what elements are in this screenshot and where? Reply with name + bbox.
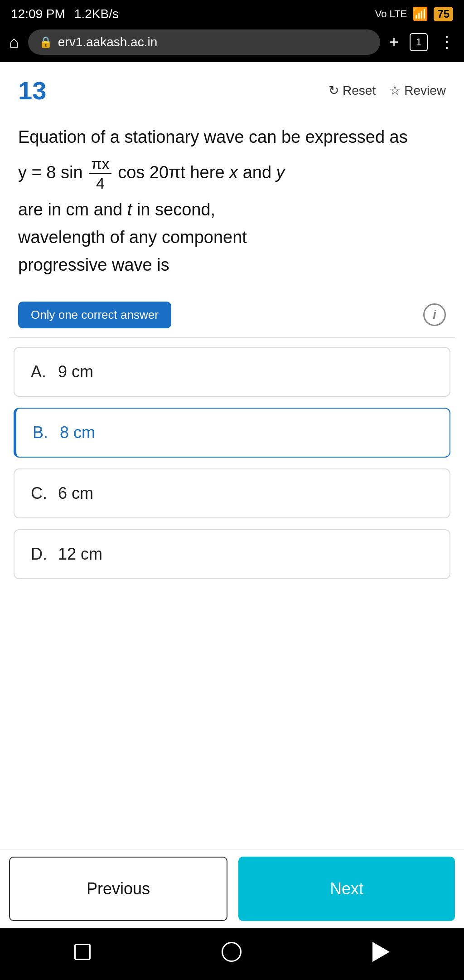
browser-actions: + 1 ⋮	[389, 33, 455, 52]
menu-icon[interactable]: ⋮	[439, 33, 455, 52]
header-actions: ↻ Reset ☆ Review	[329, 83, 446, 98]
options-section: A. 9 cm B. 8 cm C. 6 cm D. 12 cm	[0, 338, 464, 593]
back-button[interactable]	[372, 942, 390, 962]
option-c-text: 6 cm	[58, 484, 93, 503]
option-b-label: B.	[33, 423, 49, 442]
add-tab-icon[interactable]: +	[389, 33, 399, 52]
question-text-part4: progressive wave is	[18, 251, 446, 279]
fraction-denominator: 4	[94, 174, 106, 193]
math-fraction: πx 4	[89, 155, 111, 193]
home-icon[interactable]: ⌂	[9, 33, 19, 52]
home-button[interactable]	[222, 942, 242, 962]
answer-type-section: Only one correct answer i	[0, 297, 464, 337]
star-icon: ☆	[389, 83, 401, 98]
reset-label: Reset	[343, 83, 376, 98]
previous-button[interactable]: Previous	[9, 857, 227, 921]
recent-apps-icon[interactable]	[74, 944, 91, 960]
option-b[interactable]: B. 8 cm	[14, 408, 450, 458]
answer-type-badge: Only one correct answer	[18, 302, 171, 328]
review-label: Review	[404, 83, 446, 98]
option-b-text: 8 cm	[60, 423, 95, 442]
option-a-label: A.	[31, 362, 47, 381]
lock-icon: 🔒	[39, 36, 53, 49]
option-d-text: 12 cm	[58, 545, 102, 564]
option-a-text: 9 cm	[58, 362, 93, 381]
question-text-part1: Equation of a stationary wave can be exp…	[18, 123, 446, 151]
question-math-line: y = 8 sin πx 4 cos 20πt here x and y	[18, 155, 446, 193]
option-d-label: D.	[31, 545, 47, 564]
bottom-navigation: Previous Next	[0, 849, 464, 928]
question-body: Equation of a stationary wave can be exp…	[0, 114, 464, 297]
question-number: 13	[18, 76, 46, 105]
reset-button[interactable]: ↻ Reset	[329, 83, 376, 98]
math-y-equals: y = 8 sin	[18, 163, 87, 182]
question-text-part3: wavelength of any component	[18, 224, 446, 251]
signal-icon: 📶	[412, 6, 428, 21]
question-header: 13 ↻ Reset ☆ Review	[0, 62, 464, 114]
math-cos-part: cos 20πt here x and y	[118, 163, 285, 182]
option-d[interactable]: D. 12 cm	[14, 529, 450, 579]
url-bar[interactable]: 🔒 erv1.aakash.ac.in	[28, 29, 380, 55]
option-a[interactable]: A. 9 cm	[14, 347, 450, 397]
time-display: 12:09 PM	[11, 7, 65, 21]
next-button[interactable]: Next	[238, 857, 455, 921]
network-speed: 1.2KB/s	[74, 7, 119, 21]
option-c-label: C.	[31, 484, 47, 503]
vo-lte-icon: Vo LTE	[375, 8, 407, 20]
option-c[interactable]: C. 6 cm	[14, 468, 450, 518]
android-nav-bar	[0, 928, 464, 980]
status-right: Vo LTE 📶 75	[375, 6, 453, 21]
url-text: erv1.aakash.ac.in	[58, 35, 157, 49]
main-content: 13 ↻ Reset ☆ Review Equation of a statio…	[0, 62, 464, 928]
status-bar: 12:09 PM 1.2KB/s Vo LTE 📶 75	[0, 0, 464, 25]
question-text-part2: are in cm and t in second,	[18, 196, 446, 224]
tab-count[interactable]: 1	[410, 33, 428, 51]
fraction-numerator: πx	[89, 155, 111, 174]
browser-bar: ⌂ 🔒 erv1.aakash.ac.in + 1 ⋮	[0, 25, 464, 62]
review-button[interactable]: ☆ Review	[389, 83, 446, 98]
reset-icon: ↻	[329, 83, 339, 98]
battery-indicator: 75	[434, 7, 453, 21]
info-icon[interactable]: i	[423, 303, 446, 326]
